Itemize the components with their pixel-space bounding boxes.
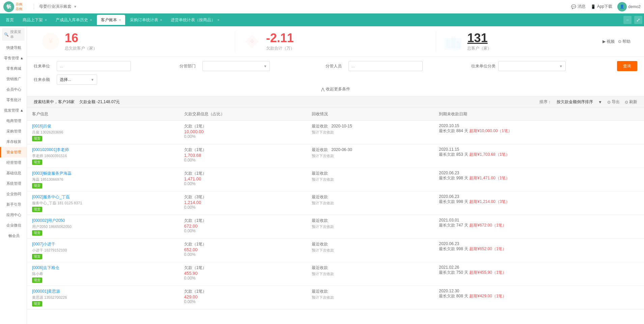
user-avatar-area[interactable]: 👤 demo2 xyxy=(617,2,641,11)
sort-value[interactable]: 按欠款金额倒序排序 xyxy=(557,99,593,105)
app-download-btn[interactable]: 📱 App下载 xyxy=(591,4,612,9)
debt-count-7: 欠款（1笔） xyxy=(184,289,302,294)
tab-chanpin[interactable]: 产成品入库单历史 × xyxy=(52,15,96,25)
filter-category-input[interactable]: ▼ xyxy=(498,61,566,71)
stat-label-2: 欠款合计（万） xyxy=(266,46,295,51)
tab-kehu-close[interactable]: × xyxy=(119,18,121,22)
tab-maximize-btn[interactable]: ⤢ xyxy=(634,16,642,24)
tab-chanpin-close[interactable]: × xyxy=(90,18,92,22)
customer-contact-3: 服务中心_丁磊 181 0125 8371 xyxy=(32,201,174,206)
filter-wanglai-dots: ... xyxy=(60,64,63,68)
sidebar-item-caigou[interactable]: 采购管理 xyxy=(0,126,27,137)
overdue-link-3[interactable]: 超期¥1,214.00（3笔） xyxy=(469,199,510,204)
filter-person-input[interactable]: ... xyxy=(348,61,423,71)
sidebar-item-yingxiao[interactable]: 营销推广 xyxy=(0,74,27,84)
table-row: [0002]服务中心_丁磊 服务中心_丁磊 181 0125 8371 现货 欠… xyxy=(27,192,644,215)
table-row: [0016]吕俊 吕俊 13026203696 现货 欠款（1笔） 10,000… xyxy=(27,121,644,144)
customer-name-4[interactable]: [000002]用户2050 xyxy=(32,218,174,224)
tab-kehu[interactable]: 客户账本 × xyxy=(97,15,125,25)
customer-name-2[interactable]: [0003]畅捷服务尹海蕊 xyxy=(32,171,174,176)
view-btn[interactable]: ▶ 视频 xyxy=(603,39,615,45)
results-amount: 欠款金额 -21,148.07元 xyxy=(79,99,120,104)
sidebar-item-qiyewx[interactable]: 企业微信 xyxy=(0,220,27,231)
overdue-link-6[interactable]: 超期¥455.90（1笔） xyxy=(469,270,506,275)
sidebar-item-yingyong[interactable]: 应用中心 xyxy=(0,210,27,220)
filter-dept-input[interactable]: ▼ xyxy=(202,61,270,71)
cell-customer-7: [000001]黄思源 黄思源 13552700226 现货 xyxy=(27,286,179,310)
customer-name-1[interactable]: [0001020001]李老师 xyxy=(32,147,174,153)
overdue-link-0[interactable]: 超期¥10,000.00（1笔） xyxy=(469,128,512,133)
customer-name-6[interactable]: [0006]去下粮仓 xyxy=(32,265,174,271)
results-bar: 搜索结果中，客户16家 欠款金额 -21,148.07元 排序： 按欠款金额倒序… xyxy=(27,96,644,108)
refresh-btn[interactable]: ⊙ 刷新 xyxy=(625,99,637,105)
sidebar-item-changhuy[interactable]: 畅会员 xyxy=(0,231,27,241)
tab-home[interactable]: 首页 xyxy=(2,15,18,25)
tab-minimize-btn[interactable]: − xyxy=(623,16,632,24)
filter-balance-value: 选择... xyxy=(60,77,71,83)
customer-contact-2: 海蕊 18513066976 xyxy=(32,177,174,182)
view-icon: ▶ xyxy=(603,39,606,44)
customer-name-7[interactable]: [000001]黄思源 xyxy=(32,289,174,294)
sidebar-item-xitong[interactable]: 系统管理 xyxy=(0,178,27,189)
overdue-link-1[interactable]: 超期¥1,703.68（1笔） xyxy=(469,152,510,157)
tab-jinhuo[interactable]: 进货单统计表（按商品） × xyxy=(167,15,223,25)
stat-icon-1: ¥ xyxy=(40,31,61,52)
stat-card-3: 131 总客户（家） ▶ 视频 ⊙ 帮助 xyxy=(436,31,637,52)
svg-text:¥: ¥ xyxy=(48,37,53,45)
sidebar-item-lingshout[interactable]: 零售管理 ▲ xyxy=(0,53,27,63)
tab-shangpin-close[interactable]: × xyxy=(45,18,47,22)
sidebar-item-jingying[interactable]: 经营管理 xyxy=(0,157,27,168)
due-date-1: 2020.11.15 xyxy=(439,147,639,152)
tab-caigou-close[interactable]: × xyxy=(160,18,162,22)
sidebar-item-huiyuan[interactable]: 会员中心 xyxy=(0,84,27,95)
customer-contact-7: 黄思源 13552700226 xyxy=(32,295,174,300)
filter-wanglai-input[interactable]: ... xyxy=(57,61,131,71)
customer-tag-2: 现货 xyxy=(32,183,42,188)
overdue-link-5[interactable]: 超期¥652.00（1笔） xyxy=(469,246,506,251)
tab-shangpin[interactable]: 商品上下架 × xyxy=(19,15,51,25)
sidebar-item-lingsc[interactable]: 零售商城 xyxy=(0,63,27,74)
table-body: [0016]吕俊 吕俊 13026203696 现货 欠款（1笔） 10,000… xyxy=(27,121,644,310)
help-btn[interactable]: ⊙ 帮助 xyxy=(618,39,631,45)
overdue-link-7[interactable]: 超期¥429.00（1笔） xyxy=(469,294,506,298)
sidebar-kucun-label: 库存核算 xyxy=(6,140,21,144)
tab-caigou-label: 采购订单统计表 xyxy=(130,17,158,23)
customer-name-0[interactable]: [0016]吕俊 xyxy=(32,123,174,129)
customer-name-5[interactable]: [0007]小进干 xyxy=(32,241,174,247)
avatar: 👤 xyxy=(617,2,627,11)
export-btn[interactable]: ⊙ 导出 xyxy=(607,99,620,105)
sidebar-item-jichu[interactable]: 基础信息 xyxy=(0,168,27,178)
overdue-link-4[interactable]: 超期¥672.00（1笔） xyxy=(469,223,506,228)
debt-amount-6: 455.90 xyxy=(184,271,302,276)
layout: 🔍 搜索菜单 快捷导航 零售管理 ▲ 零售商城 营销推广 会员中心 零售统计 批… xyxy=(0,26,644,324)
sidebar-item-lingsht[interactable]: 零售统计 xyxy=(0,95,27,105)
sidebar-item-kuaijie[interactable]: 快捷导航 xyxy=(0,42,27,53)
stat-info-2: -2.11 欠款合计（万） xyxy=(266,32,295,51)
sidebar-item-xinshou[interactable]: 新手引导 xyxy=(0,199,27,210)
sidebar-item-kucun[interactable]: 库存核算 xyxy=(0,137,27,147)
sidebar-item-zijin[interactable]: 资金管理 xyxy=(0,147,27,157)
tab-caigou[interactable]: 采购订单统计表 × xyxy=(126,15,166,25)
message-label: 消息 xyxy=(578,4,586,9)
sidebar-item-pifag[interactable]: 批发管理 ▲ xyxy=(0,105,27,116)
username-label: demo2 xyxy=(628,4,641,9)
filter-balance-input[interactable]: 选择... ▼ xyxy=(57,75,97,85)
filter-dept-label: 分管部门 xyxy=(179,63,200,69)
cell-debt-2: 欠款（1笔） 1,471.00 0.00% xyxy=(179,168,307,192)
debt-percent-5: 0.00% xyxy=(184,252,302,257)
store-selector[interactable]: 母婴行业演示账套 ▼ xyxy=(34,4,571,9)
message-btn[interactable]: 💬 消息 xyxy=(571,4,586,9)
cell-debt-0: 欠款（1笔） 10,000.00 0.00% xyxy=(179,121,307,144)
sidebar-search[interactable]: 🔍 搜索菜单 xyxy=(2,28,25,41)
sidebar-item-qiye[interactable]: 企业协同 xyxy=(0,189,27,199)
tab-jinhuo-close[interactable]: × xyxy=(217,18,219,22)
overdue-link-2[interactable]: 超期¥1,471.00（1笔） xyxy=(469,176,510,180)
collapse-btn[interactable]: ⋀ 收起更多条件 xyxy=(34,86,637,92)
debt-percent-2: 0.00% xyxy=(184,181,302,186)
sidebar-item-dianshang[interactable]: 电商管理 xyxy=(0,116,27,126)
cell-debt-7: 欠款（1笔） 429.00 0.00% xyxy=(179,286,307,310)
cell-recovery-6: 最近收款 预计下次收款 xyxy=(307,262,434,286)
search-btn[interactable]: 查询 xyxy=(617,61,637,71)
customer-name-3[interactable]: [0002]服务中心_丁磊 xyxy=(32,194,174,200)
cell-recovery-0: 最近收款 2020-10-15 预计下次收款 xyxy=(307,121,434,144)
